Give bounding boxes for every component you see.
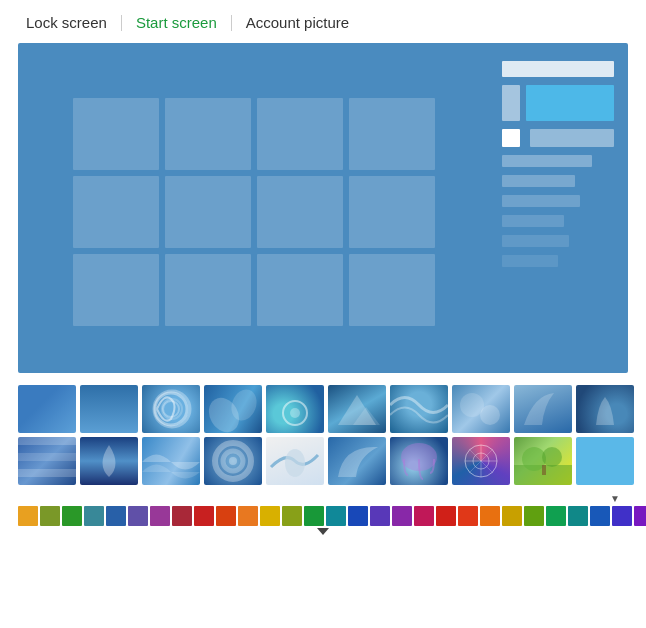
thumb-bg-13[interactable] [142,437,200,485]
color-swatch-9[interactable] [216,506,236,526]
nature-icon [514,437,572,485]
palette-scroll-down[interactable]: ▼ [18,493,620,504]
thumb-bg-20[interactable] [576,437,634,485]
tab-separator-1 [121,15,122,31]
color-swatch-7[interactable] [172,506,192,526]
thumb-bg-2[interactable] [80,385,138,433]
sidebar-active-bar [526,85,614,121]
tile-10 [165,254,251,326]
color-swatch-3[interactable] [84,506,104,526]
tile-12 [349,254,435,326]
sidebar-active-row [502,85,614,121]
color-palette-section: ▼ [18,493,628,535]
color-swatch-13[interactable] [304,506,324,526]
tile-5 [73,176,159,248]
color-swatch-14[interactable] [326,506,346,526]
splash-icon [576,385,634,433]
sidebar-white-square [502,129,520,147]
thumb-bg-18[interactable] [452,437,510,485]
color-swatch-22[interactable] [502,506,522,526]
color-swatch-4[interactable] [106,506,126,526]
color-swatch-17[interactable] [392,506,412,526]
thumb-bg-1[interactable] [18,385,76,433]
color-swatch-20[interactable] [458,506,478,526]
color-swatch-6[interactable] [150,506,170,526]
color-swatch-24[interactable] [546,506,566,526]
start-screen-preview [18,43,628,373]
color-swatch-16[interactable] [370,506,390,526]
tile-9 [73,254,159,326]
sidebar-full-bar [502,61,614,77]
thumb-bg-6[interactable] [328,385,386,433]
tab-account-picture[interactable]: Account picture [238,12,357,33]
sidebar-small-bar-1 [502,155,592,167]
sidebar-small-bar-6 [502,255,558,267]
color-swatch-23[interactable] [524,506,544,526]
color-swatch-26[interactable] [590,506,610,526]
color-swatch-8[interactable] [194,506,214,526]
sidebar-small-bar-4 [502,215,564,227]
thumb-bg-12[interactable] [80,437,138,485]
palette-pointer [18,528,628,535]
color-swatch-18[interactable] [414,506,434,526]
color-swatch-27[interactable] [612,506,632,526]
thumbnails-section [18,385,628,485]
tile-11 [257,254,343,326]
thumb-bg-15[interactable] [266,437,324,485]
tile-6 [165,176,251,248]
color-swatch-25[interactable] [568,506,588,526]
color-swatch-21[interactable] [480,506,500,526]
sidebar-text-bar [530,129,614,147]
thumb-bg-3[interactable] [142,385,200,433]
thumb-bg-7[interactable] [390,385,448,433]
tiles-grid [73,98,435,326]
tile-3 [257,98,343,170]
svg-point-0 [155,393,187,425]
svg-point-16 [285,449,305,477]
circle-icon [266,385,324,433]
color-swatch-0[interactable] [18,506,38,526]
color-swatch-19[interactable] [436,506,456,526]
thumb-bg-9[interactable] [514,385,572,433]
svg-point-1 [163,401,179,417]
color-swatch-1[interactable] [40,506,60,526]
color-swatch-12[interactable] [282,506,302,526]
thumb-bg-10[interactable] [576,385,634,433]
thumb-bg-17[interactable] [390,437,448,485]
color-swatch-11[interactable] [260,506,280,526]
color-swatch-2[interactable] [62,506,82,526]
svg-rect-27 [542,465,546,475]
svg-rect-12 [18,469,76,477]
thumb-bg-8[interactable] [452,385,510,433]
sidebar-active-block [526,85,614,121]
tiles-area [18,43,488,373]
tab-start-screen[interactable]: Start screen [128,12,225,33]
svg-point-26 [542,447,562,467]
thumb-bg-4[interactable] [204,385,262,433]
svg-point-9 [480,405,500,425]
thumb-bg-16[interactable] [328,437,386,485]
color-swatch-10[interactable] [238,506,258,526]
feather-icon [514,385,572,433]
sidebar-small-bar-5 [502,235,569,247]
sidebar-small-bar-3 [502,195,580,207]
nav-tabs: Lock screen Start screen Account picture [0,0,646,43]
tile-8 [349,176,435,248]
thumb-bg-11[interactable] [18,437,76,485]
thumb-bg-14[interactable] [204,437,262,485]
color-swatch-5[interactable] [128,506,148,526]
sidebar-icon [502,85,520,121]
water-icon [142,437,200,485]
thumb-bg-5[interactable] [266,385,324,433]
thumbnail-row-1 [18,385,628,433]
color-swatch-15[interactable] [348,506,368,526]
svg-rect-10 [18,437,76,445]
abstract-icon [452,385,510,433]
thumb-bg-19[interactable] [514,437,572,485]
svg-point-5 [290,408,300,418]
tab-lock-screen[interactable]: Lock screen [18,12,115,33]
color-swatch-28[interactable] [634,506,646,526]
mountain-icon [328,385,386,433]
jelly-icon [390,437,448,485]
drop-icon [80,437,138,485]
